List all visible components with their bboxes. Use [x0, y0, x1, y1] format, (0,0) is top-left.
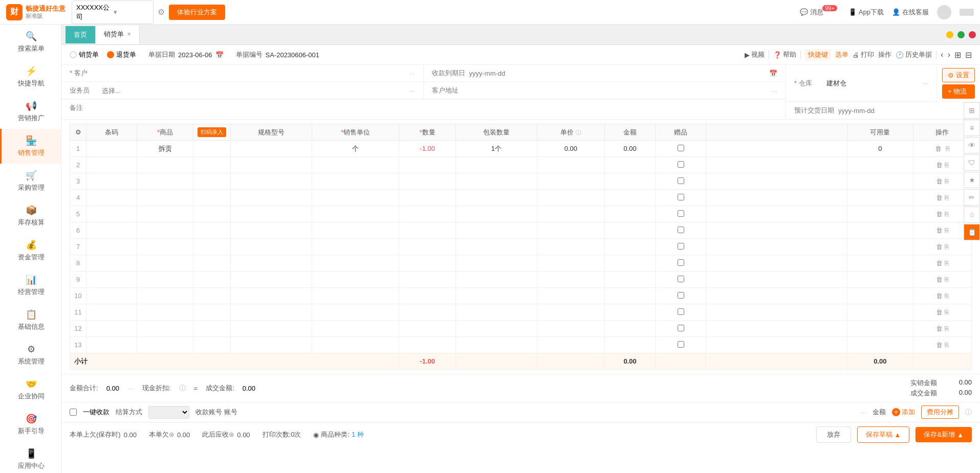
r9-copy[interactable]: ⎘: [944, 275, 950, 284]
method-select[interactable]: [148, 406, 189, 419]
float-shield-btn[interactable]: 🛡: [964, 154, 980, 171]
row1-delete-btn[interactable]: 🗑: [934, 144, 943, 153]
r13-del[interactable]: 🗑: [935, 340, 944, 350]
r2-gift[interactable]: [656, 157, 706, 173]
calendar-icon2[interactable]: 📅: [769, 70, 777, 77]
r13-gift-cb[interactable]: [678, 341, 684, 348]
online-service-item[interactable]: 👤 在线客服: [892, 8, 929, 17]
tab-home[interactable]: 首页: [66, 26, 96, 43]
toolbar-select-btn[interactable]: 选单: [835, 50, 848, 59]
fee-split-btn[interactable]: 费用分摊: [921, 406, 959, 419]
cash-discount-help[interactable]: ⓘ: [179, 384, 186, 393]
r2-packqty[interactable]: [455, 157, 537, 173]
sidebar-item-system[interactable]: ⚙ 系统管理: [0, 337, 61, 372]
row1-price[interactable]: 0.00: [537, 141, 605, 157]
r5-gift-cb[interactable]: [678, 210, 684, 217]
float-list-btn[interactable]: ≡: [964, 120, 980, 136]
sidebar-item-operation[interactable]: 📊 经营管理: [0, 268, 61, 303]
avatar[interactable]: [937, 5, 951, 19]
save-draft-btn[interactable]: 保存草稿 ▲: [857, 426, 910, 443]
toolbar-list-btn[interactable]: ⊟: [965, 50, 972, 60]
sidebar-item-appstore[interactable]: 📱 应用中心: [0, 442, 61, 473]
win-maximize-btn[interactable]: [957, 31, 965, 38]
one-click-payment-checkbox[interactable]: [70, 409, 77, 416]
add-payment-btn[interactable]: + 添加: [892, 408, 915, 417]
r4-gift-cb[interactable]: [678, 194, 684, 200]
app-download-item[interactable]: 📱 App下载: [848, 8, 884, 17]
r9-gift-cb[interactable]: [678, 276, 684, 282]
toolbar-help-btn[interactable]: ❓ 帮助: [773, 50, 796, 59]
r3-gift-cb[interactable]: [678, 177, 684, 184]
float-grid-btn[interactable]: ⊞: [964, 102, 980, 119]
win-minimize-btn[interactable]: [946, 31, 953, 38]
th-settings[interactable]: ⚙: [70, 124, 86, 141]
r10-gift-cb[interactable]: [678, 292, 684, 299]
float-star-empty-btn[interactable]: ☆: [964, 207, 980, 223]
sidebar-item-basic[interactable]: 📋 基础信息: [0, 303, 61, 337]
r8-del[interactable]: 🗑: [935, 258, 944, 268]
row1-copy-btn[interactable]: ⎘: [945, 144, 951, 153]
logistics-btn[interactable]: + 物流: [942, 84, 975, 99]
win-close-btn[interactable]: [969, 31, 976, 38]
r2-unit[interactable]: [312, 157, 399, 173]
r2-amount[interactable]: [605, 157, 656, 173]
doc-no-value[interactable]: SA-20230606-001: [266, 51, 320, 59]
r6-gift-cb[interactable]: [678, 227, 684, 233]
sidebar-item-enterprise[interactable]: 🤝 企业协同: [0, 372, 61, 407]
toolbar-grid-btn[interactable]: ⊞: [954, 50, 961, 60]
settings-btn[interactable]: ⚙ 设置: [942, 68, 975, 82]
sidebar-item-search[interactable]: 🔍 搜索菜单: [0, 25, 61, 59]
message-item[interactable]: 💬 消息 99+: [800, 8, 840, 17]
toolbar-print-btn[interactable]: 🖨 打印: [853, 50, 874, 59]
r11-gift-cb[interactable]: [678, 308, 684, 315]
float-tag-btn[interactable]: ✏: [964, 189, 980, 206]
row1-qty[interactable]: -1.00: [399, 141, 456, 157]
row1-barcode[interactable]: [86, 141, 137, 157]
sidebar-item-marketing[interactable]: 📢 营销推广: [0, 94, 61, 129]
r8-copy[interactable]: ⎘: [944, 258, 950, 268]
r7-del[interactable]: 🗑: [935, 242, 944, 252]
customer-address-input[interactable]: [464, 87, 768, 95]
r2-qty[interactable]: [399, 157, 456, 173]
row1-note[interactable]: [706, 141, 847, 157]
salesperson-dots[interactable]: ···: [409, 87, 415, 95]
r4-del[interactable]: 🗑: [935, 193, 944, 202]
r2-product[interactable]: [137, 157, 193, 173]
scan-btn[interactable]: 扫码录入: [198, 127, 226, 137]
r3-del[interactable]: 🗑: [935, 176, 944, 186]
sidebar-item-inventory[interactable]: 📦 库存核算: [0, 198, 61, 233]
float-orange-btn[interactable]: 📋: [964, 224, 980, 240]
r2-barcode[interactable]: [86, 157, 137, 173]
row1-unit[interactable]: 个: [312, 141, 399, 157]
row1-gift-checkbox[interactable]: [678, 145, 684, 151]
sidebar-item-newbie[interactable]: 🎯 新手引导: [0, 407, 61, 442]
avatar2[interactable]: [960, 9, 974, 16]
r2-price[interactable]: [537, 157, 605, 173]
r2-spec[interactable]: [231, 157, 312, 173]
notes-input[interactable]: [102, 104, 777, 112]
r7-copy[interactable]: ⎘: [944, 242, 950, 252]
r2-copy[interactable]: ⎘: [944, 160, 950, 170]
toolbar-prev-btn[interactable]: ‹: [941, 50, 943, 59]
r11-copy[interactable]: ⎘: [944, 307, 950, 317]
sidebar-item-purchase[interactable]: 🛒 采购管理: [0, 164, 61, 198]
float-star-fill-btn[interactable]: ★: [964, 172, 980, 188]
r11-del[interactable]: 🗑: [935, 307, 944, 317]
r2-gift-cb[interactable]: [678, 161, 684, 168]
salesperson-input[interactable]: [102, 87, 405, 95]
tab-close-icon[interactable]: ✕: [127, 31, 131, 37]
date-value[interactable]: 2023-06-06: [178, 51, 212, 59]
toolbar-history-btn[interactable]: 🕐 历史单据: [896, 50, 932, 59]
r12-copy[interactable]: ⎘: [944, 324, 950, 333]
account-dots[interactable]: ···: [861, 409, 866, 416]
tab-sales-order[interactable]: 销货单 ✕: [96, 26, 140, 44]
fee-help-icon[interactable]: ⓘ: [965, 408, 972, 417]
r12-gift-cb[interactable]: [678, 325, 684, 331]
r7-gift-cb[interactable]: [678, 243, 684, 250]
discard-btn[interactable]: 放弃: [816, 426, 851, 443]
float-eye-btn[interactable]: 👁: [964, 137, 980, 153]
sidebar-item-finance[interactable]: 💰 资金管理: [0, 233, 61, 268]
row1-spec[interactable]: [231, 141, 312, 157]
company-select[interactable]: XXXXXX公司 ▾: [72, 1, 154, 24]
calendar-icon[interactable]: 📅: [215, 51, 224, 59]
